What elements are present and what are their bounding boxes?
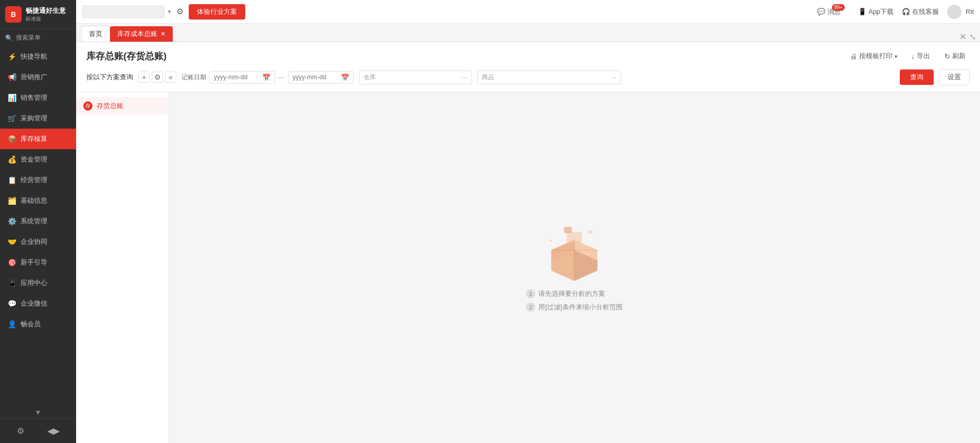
member-icon: 👤 [7,320,16,328]
sidebar-item-label: 企业协同 [21,237,47,246]
sidebar-item-label: 基础信息 [21,196,47,205]
scheme-sidebar: 存 存货总账 [76,92,169,443]
sidebar-item-purchase[interactable]: 🛒 采购管理 [0,108,76,129]
print-btn[interactable]: 🖨 按模板打印 ▾ [846,49,901,63]
date-start-input[interactable] [214,74,260,81]
add-filter-btn[interactable]: + [138,72,150,83]
user-profile-btn[interactable]: Rit [947,5,974,19]
online-service-btn[interactable]: 🎧 在线客服 [902,7,939,16]
system-icon: ⚙️ [7,217,16,225]
date-field: 记账日期 📅 — 📅 [182,71,354,84]
refresh-icon: ↻ [945,52,950,60]
quick-nav-icon: ⚡ [7,52,16,61]
settings-btn[interactable]: 设置 [939,69,970,85]
settings-icon-btn[interactable]: ⚙ [174,5,186,19]
sidebar-item-label: 快捷导航 [21,52,47,61]
sidebar-item-basic[interactable]: 🗂️ 基础信息 [0,190,76,211]
date-end-input[interactable] [293,74,339,81]
product-select[interactable]: 商品 ··· [477,70,621,84]
page-header-actions: 🖨 按模板打印 ▾ ↓ 导出 ↻ 刷新 [846,49,970,63]
app-download-label: App下载 [868,7,894,16]
warehouse-placeholder: 仓库 [364,73,376,82]
export-icon: ↓ [912,52,915,60]
sidebar-item-label: 营销推广 [21,73,47,82]
date-start-wrap: 📅 [209,71,275,84]
date-separator: — [278,74,285,81]
basic-icon: 🗂️ [7,197,16,205]
data-area: ✦ ✦ 1 请先选择要分析的方案 2 用[过滤]条件来缩小分析范围 [169,92,980,443]
online-service-label: 在线客服 [912,7,939,16]
calendar-start-icon[interactable]: 📅 [262,74,270,81]
warehouse-more-icon[interactable]: ··· [461,73,467,81]
tab-bar: 首页 库存成本总账 ✕ ✕ ⤡ [76,24,980,42]
empty-illustration: ✦ ✦ [541,219,608,281]
tab-inventory-ledger[interactable]: 库存成本总账 ✕ [110,26,173,42]
sidebar-item-label: 应用中心 [21,278,47,288]
sales-icon: 📊 [7,94,16,102]
export-label: 导出 [917,51,930,61]
settings-footer-btn[interactable]: ⚙ [15,424,26,438]
filter-actions: + ⚙ « [138,72,176,83]
breadcrumb-input[interactable] [82,6,165,18]
sidebar-item-inventory[interactable]: 📦 库存核算 [0,129,76,149]
calendar-end-icon[interactable]: 📅 [341,74,349,81]
collapse-filter-btn[interactable]: « [165,72,176,83]
date-label: 记账日期 [182,73,206,82]
tab-home[interactable]: 首页 [81,26,110,42]
tab-home-label: 首页 [89,29,102,39]
sidebar-item-operation[interactable]: 📋 经营管理 [0,170,76,190]
sidebar-item-system[interactable]: ⚙️ 系统管理 [0,211,76,232]
product-more-icon[interactable]: ··· [610,73,616,81]
search-menu[interactable]: 🔍 搜索菜单 [0,29,76,46]
phone-icon: 📱 [858,8,866,15]
print-icon: 🖨 [850,52,857,60]
sidebar-item-member[interactable]: 👤 畅会员 [0,314,76,334]
scheme-item-label: 存货总账 [97,101,123,111]
svg-text:✦: ✦ [587,228,593,236]
beginner-icon: 🎯 [7,258,16,267]
sidebar-item-finance[interactable]: 💰 资金管理 [0,149,76,170]
tip-1-text: 请先选择要分析的方案 [538,289,605,298]
filter-label: 按以下方案查询 [86,73,133,82]
print-dropdown-icon[interactable]: ▾ [895,54,897,59]
app-download-btn[interactable]: 📱 App下载 [858,7,894,16]
refresh-label: 刷新 [952,51,966,61]
export-btn[interactable]: ↓ 导出 [908,49,935,63]
collapse-sidebar-btn[interactable]: ◀▶ [45,424,62,438]
sidebar-item-label: 系统管理 [21,217,47,226]
warehouse-select[interactable]: 仓库 ··· [359,70,472,84]
sidebar-scroll-down[interactable]: ▼ [0,406,76,418]
filter-settings-btn[interactable]: ⚙ [152,72,163,83]
search-icon: 🔍 [5,34,13,42]
logo-text: 畅捷通好生意 标准版 [26,7,66,22]
message-btn[interactable]: 💬 消息 99+ [817,7,841,16]
expand-panel-icon[interactable]: ⤡ [969,32,976,42]
scheme-item-inventory-total[interactable]: 存 存货总账 [76,97,168,115]
industry-plan-btn[interactable]: 体验行业方案 [189,4,245,20]
sidebar-item-quick-nav[interactable]: ⚡ 快捷导航 [0,46,76,67]
product-placeholder: 商品 [482,73,494,82]
sidebar-item-label: 经营管理 [21,175,47,185]
close-panel-icon[interactable]: ✕ [959,32,966,42]
sidebar-item-cooperation[interactable]: 🤝 企业协同 [0,232,76,252]
sidebar-item-label: 销售管理 [21,93,47,102]
dropdown-icon[interactable]: ▾ [168,8,171,15]
app-logo: B 畅捷通好生意 标准版 [0,0,76,29]
top-bar: ▾ ⚙ 体验行业方案 💬 消息 99+ 📱 App下载 🎧 在线客服 Rit [76,0,980,24]
query-btn[interactable]: 查询 [900,69,934,85]
sidebar-item-app-center[interactable]: 📱 应用中心 [0,273,76,293]
sidebar-item-marketing[interactable]: 📢 营销推广 [0,67,76,87]
top-bar-left: ▾ ⚙ 体验行业方案 [82,4,813,20]
sidebar-footer: ⚙ ◀▶ [0,418,76,443]
sidebar-item-beginner[interactable]: 🎯 新手引导 [0,252,76,273]
tab-close-icon[interactable]: ✕ [160,30,166,38]
refresh-btn[interactable]: ↻ 刷新 [940,49,970,63]
sidebar-item-sales[interactable]: 📊 销售管理 [0,87,76,108]
date-end-wrap: 📅 [288,71,354,84]
purchase-icon: 🛒 [7,114,16,122]
empty-tips: 1 请先选择要分析的方案 2 用[过滤]条件来缩小分析范围 [526,289,622,316]
finance-icon: 💰 [7,155,16,164]
sidebar-item-wechat[interactable]: 💬 企业微信 [0,293,76,314]
svg-rect-8 [564,227,572,233]
page-title: 库存总账(存货总账) [86,50,167,62]
